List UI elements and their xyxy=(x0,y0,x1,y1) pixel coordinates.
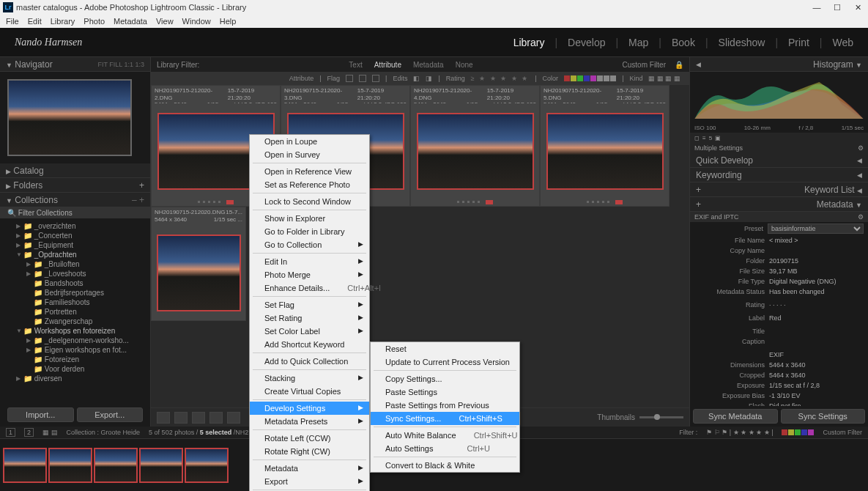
loupe-view-icon[interactable] xyxy=(174,412,188,424)
menu-item-view[interactable]: View xyxy=(156,17,174,26)
menu-item-library[interactable]: Library xyxy=(51,17,75,26)
tree-item[interactable]: 📁 Bedrijfsreportages xyxy=(0,288,150,298)
menu-item[interactable]: Open in Loupe xyxy=(250,135,369,148)
filter-tab-metadata[interactable]: Metadata xyxy=(413,61,444,69)
crop-icon[interactable]: ◻ xyxy=(694,135,700,141)
grid-cell[interactable]: NH20190715-212020-5.DNG15-7-2019 21:20:2… xyxy=(540,85,669,207)
menu-item[interactable]: Open in Reference View xyxy=(250,165,369,178)
catalog-header[interactable]: ▶ Catalog xyxy=(0,163,150,178)
metadata-header[interactable]: + Metadata ▼ xyxy=(690,197,868,212)
filter-tab-none[interactable]: None xyxy=(456,61,473,69)
filmstrip-thumb[interactable] xyxy=(185,448,229,483)
close-button[interactable]: ✕ xyxy=(850,1,865,13)
exif-iptc-select[interactable]: EXIF and IPTC xyxy=(694,213,858,221)
import-button[interactable]: Import... xyxy=(7,407,74,422)
menu-item[interactable]: Go to Collection▶ xyxy=(250,238,369,251)
multiple-settings[interactable]: Multiple Settings xyxy=(694,144,858,152)
tree-item[interactable]: ▶ 📁 _overzichten xyxy=(0,221,150,231)
thumbnail-size-slider[interactable] xyxy=(639,416,683,418)
context-menu[interactable]: Open in LoupeOpen in SurveyOpen in Refer… xyxy=(249,134,370,491)
navigator-zoom[interactable]: FIT FILL 1:1 1:3 xyxy=(97,61,144,68)
navigator-header[interactable]: ▼ Navigator FIT FILL 1:1 1:3 xyxy=(0,57,150,72)
menu-item[interactable]: Export▶ xyxy=(250,475,369,488)
menu-item[interactable]: Set Color Label▶ xyxy=(250,325,369,338)
edit-icon[interactable]: ◧ xyxy=(413,75,420,82)
tree-item[interactable]: ▶ 📁 _deelgenomen-worksho... xyxy=(0,336,150,345)
preset-select[interactable]: basisinformatie xyxy=(768,224,864,234)
menu-item[interactable]: Lock to Second Window xyxy=(250,195,369,208)
keywordlist-header[interactable]: + Keyword List ◀ xyxy=(690,182,868,197)
menu-item[interactable]: Enhance Details...Ctrl+Alt+I xyxy=(250,281,369,295)
menu-item[interactable]: Convert to Black & White xyxy=(371,459,519,472)
second-window-icon[interactable]: 1 xyxy=(6,428,15,437)
flag-rejected[interactable] xyxy=(372,75,379,82)
menu-item[interactable]: Update to Current Process Version xyxy=(371,355,519,369)
module-develop[interactable]: Develop xyxy=(568,37,605,48)
menu-item[interactable]: Auto White BalanceCtrl+Shift+U xyxy=(371,429,519,442)
sync-metadata-button[interactable]: Sync Metadata xyxy=(693,409,778,424)
maximize-button[interactable]: ☐ xyxy=(830,1,845,13)
menu-item[interactable]: Set as Reference Photo xyxy=(250,178,369,191)
tree-item[interactable]: 📁 Zwangerschap xyxy=(0,317,150,326)
collection-path[interactable]: Collection : Groote Heide xyxy=(67,429,141,436)
keywording-header[interactable]: Keywording ◀ xyxy=(690,168,868,182)
tree-item[interactable]: ▶ 📁 _Bruiloften xyxy=(0,259,150,269)
menu-item-edit[interactable]: Edit xyxy=(28,17,42,26)
menu-item[interactable]: Edit In▶ xyxy=(250,255,369,268)
filter-tab-attribute[interactable]: Attribute xyxy=(374,61,401,69)
grid-cell[interactable]: NH20190715-212020-4.DNG15-7-2019 21:20:2… xyxy=(410,85,540,207)
tree-item[interactable]: 📁 Familieshoots xyxy=(0,298,150,307)
menu-item[interactable]: Set Flag▶ xyxy=(250,298,369,311)
menu-item[interactable]: Paste Settings xyxy=(371,385,519,399)
info-icon[interactable]: ▣ xyxy=(715,135,721,141)
grid-icons[interactable]: ▦ ▤ xyxy=(42,429,58,436)
folders-header[interactable]: ▶ Folders+ xyxy=(0,178,150,193)
minimize-button[interactable]: ― xyxy=(809,1,824,13)
collections-filter[interactable]: 🔍 Filter Collections xyxy=(0,207,150,218)
menu-item[interactable]: Add to Quick Collection xyxy=(250,355,369,368)
menu-item[interactable]: Create Virtual Copies xyxy=(250,385,369,398)
menu-item-window[interactable]: Window xyxy=(182,17,211,26)
menu-item[interactable]: Stacking▶ xyxy=(250,372,369,385)
menu-item[interactable]: Metadata▶ xyxy=(250,462,369,475)
menu-item[interactable]: Rotate Right (CW) xyxy=(250,445,369,458)
filmstrip-colors[interactable] xyxy=(782,429,814,435)
tree-item[interactable]: ▶ 📁 _Concerten xyxy=(0,231,150,240)
menu-item-file[interactable]: File xyxy=(6,17,19,26)
color-boxes[interactable] xyxy=(564,75,616,81)
menu-item[interactable]: Show in Explorer xyxy=(250,212,369,225)
navigator-preview[interactable] xyxy=(0,72,150,163)
module-slideshow[interactable]: Slideshow xyxy=(719,37,765,48)
second-window-2[interactable]: 2 xyxy=(24,428,34,437)
menu-item[interactable]: Paste Settings from Previous xyxy=(371,399,519,412)
module-web[interactable]: Web xyxy=(832,37,853,48)
menu-item[interactable]: Rotate Left (CCW) xyxy=(250,432,369,445)
tree-item[interactable]: ▼ 📁 _Opdrachten xyxy=(0,250,150,259)
flag-unflagged[interactable] xyxy=(359,75,366,82)
menu-item[interactable]: Auto SettingsCtrl+U xyxy=(371,442,519,455)
menu-item-metadata[interactable]: Metadata xyxy=(114,17,147,26)
rating-stars[interactable]: ≥ ★ ★ ★ ★ ★ xyxy=(471,75,529,82)
filter-tab-text[interactable]: Text xyxy=(349,61,362,69)
filmstrip-thumb[interactable] xyxy=(139,448,183,483)
filmstrip-custom-filter[interactable]: Custom Filter xyxy=(823,429,862,436)
menu-item[interactable]: Metadata Presets▶ xyxy=(250,415,369,428)
filmstrip-filter-icons[interactable]: ⚑ ⚐ ⚑ | ★ ★ ★ ★ ★ | xyxy=(706,429,773,436)
flag-picked[interactable] xyxy=(346,75,353,82)
collections-header[interactable]: ▼ Collections– + xyxy=(0,193,150,207)
lock-icon[interactable]: 🔒 xyxy=(675,61,683,69)
tree-item[interactable]: ▶ 📁 diversen xyxy=(0,374,150,383)
histogram-header[interactable]: ◀ Histogram ▼ xyxy=(690,57,868,72)
tree-item[interactable]: 📁 Voor derden xyxy=(0,364,150,374)
filmstrip-thumb[interactable] xyxy=(48,448,92,483)
tree-item[interactable]: ▼ 📁 Workshops en fotoreizen xyxy=(0,326,150,336)
module-map[interactable]: Map xyxy=(628,37,648,48)
people-view-icon[interactable] xyxy=(227,412,240,424)
tree-item[interactable]: ▶ 📁 Eigen workshops en fot... xyxy=(0,345,150,355)
grid-cell[interactable]: NH20190715-212020.DNG15-7...5464 x 36401… xyxy=(151,207,246,321)
filmstrip-thumb[interactable] xyxy=(94,448,138,483)
menu-item[interactable]: Open in Survey xyxy=(250,148,369,161)
context-submenu[interactable]: ResetUpdate to Current Process VersionCo… xyxy=(370,342,520,473)
filmstrip-thumb[interactable] xyxy=(3,448,47,483)
menu-item-help[interactable]: Help xyxy=(220,17,237,26)
